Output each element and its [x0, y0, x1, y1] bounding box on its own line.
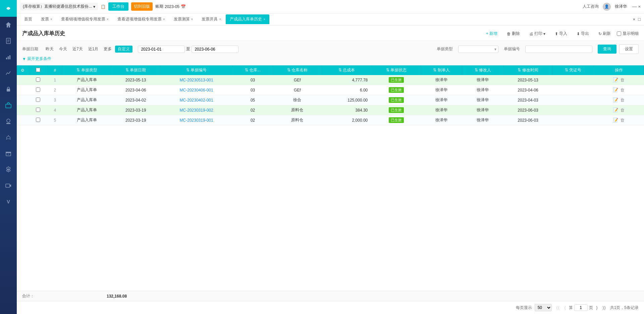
col-settings[interactable]: ⚙ [17, 65, 29, 75]
tab-invoice-close[interactable]: × [50, 17, 52, 21]
row-delete-icon[interactable]: 🗑 [620, 98, 625, 103]
col-warehouse-name[interactable]: ⇅ 仓库名称 [273, 65, 322, 75]
window-minimize[interactable]: — [632, 4, 637, 9]
row-checkbox[interactable] [36, 77, 40, 82]
row-doc-no-link[interactable]: MC-20230402-001 [180, 98, 213, 103]
user-avatar[interactable]: 👤 [603, 3, 611, 11]
row-edit-icon[interactable]: 📝 [613, 108, 618, 113]
row-doc-no-link[interactable]: MC-20230513-001 [180, 78, 213, 82]
row-doc-no-link[interactable]: MC-20230319-001 [180, 118, 213, 123]
query-button[interactable]: 查询 [598, 45, 616, 54]
import-button[interactable]: ⬆ 导入 [551, 29, 571, 38]
tab-purchase-vat-close[interactable]: × [163, 17, 165, 21]
sidebar-item-stamp[interactable] [0, 113, 17, 129]
page-prev-btn[interactable]: ⟨ [562, 305, 568, 311]
date-1month-btn[interactable]: 近1月 [86, 46, 101, 53]
app-logo[interactable] [0, 0, 17, 17]
row-delete-icon[interactable]: 🗑 [620, 77, 625, 82]
row-checkbox[interactable] [36, 87, 40, 92]
date-today-btn[interactable]: 今天 [57, 46, 69, 53]
tab-product-history[interactable]: 产成品入库单历史 × [226, 14, 269, 24]
sidebar-item-analytics[interactable] [0, 65, 17, 81]
row-edit-icon[interactable]: 📝 [613, 77, 618, 82]
date-start-input[interactable] [138, 46, 185, 53]
doc-type-select[interactable] [458, 46, 498, 53]
user-name[interactable]: 徐泽华 [615, 4, 627, 9]
col-doc-no[interactable]: ⇅ 单据编号 [160, 65, 233, 75]
col-total-cost[interactable]: ⇅ 总成本 [322, 65, 372, 75]
tab-invoice-open-close[interactable]: × [219, 17, 221, 21]
date-custom-btn[interactable]: 自定义 [115, 46, 132, 53]
refresh-button[interactable]: ↻ 刷新 [595, 29, 614, 38]
row-checkbox[interactable] [36, 118, 40, 122]
row-edit-icon[interactable]: 📝 [613, 87, 618, 92]
row-edit-icon[interactable]: 📝 [613, 98, 618, 103]
row-modifier: 徐泽华 [462, 105, 504, 115]
sidebar-item-video[interactable] [0, 178, 17, 194]
col-modifier[interactable]: ⇅ 修改人 [462, 65, 504, 75]
tab-invoice-calc[interactable]: 发票测算 × [170, 14, 197, 24]
col-modify-time[interactable]: ⇅ 修改时间 [503, 65, 552, 75]
company-selector[interactable]: (库存核算）直播轻捷通信息技术股份... ▾ [20, 3, 98, 10]
row-delete-icon[interactable]: 🗑 [620, 87, 625, 92]
page-number-input[interactable] [574, 304, 588, 311]
tab-invoice-calc-close[interactable]: × [191, 17, 193, 21]
export-button[interactable]: ⬇ 导出 [573, 29, 592, 38]
row-checkbox[interactable] [36, 108, 40, 112]
delete-button[interactable]: 🗑 删除 [503, 29, 523, 38]
sidebar-item-chart[interactable] [0, 49, 17, 65]
row-checkbox[interactable] [36, 98, 40, 102]
expand-more-btn[interactable]: ▼ 展开更多条件 [22, 56, 51, 62]
doc-no-input[interactable] [525, 46, 592, 53]
page-next-btn[interactable]: ⟩ [594, 305, 599, 311]
sidebar-item-recycle[interactable] [0, 129, 17, 145]
table-settings-icon[interactable]: ⚙ [21, 68, 24, 73]
row-doc-no-link[interactable]: MC-20230406-001 [180, 88, 213, 92]
period-calendar-icon[interactable]: 📅 [181, 4, 186, 9]
row-delete-icon[interactable]: 🗑 [620, 118, 625, 123]
doc-icon[interactable]: 📋 [101, 4, 106, 9]
date-more-btn[interactable]: 更多 [102, 46, 114, 53]
print-button[interactable]: 🖨 打印 ▾ [526, 29, 549, 38]
tab-purchase-vat[interactable]: 查看进项增值税专用发票 × [113, 14, 169, 24]
sidebar-item-home[interactable] [0, 17, 17, 33]
page-last-btn[interactable]: ⟩⟩ [601, 305, 607, 311]
window-close[interactable]: × [638, 4, 641, 9]
tab-sales-vat[interactable]: 查看销项增值税专用发票 × [57, 14, 113, 24]
sidebar-item-version[interactable]: V [0, 194, 17, 210]
col-doc-type[interactable]: ⇅ 单据类型 [62, 65, 111, 75]
sidebar-item-inventory[interactable] [0, 97, 17, 113]
tab-close-all[interactable]: × [633, 17, 636, 22]
col-doc-date[interactable]: ⇅ 单据日期 [111, 65, 160, 75]
col-warehouse-code[interactable]: ⇅ 仓库... [233, 65, 273, 75]
reset-button[interactable]: 设置 [619, 44, 639, 54]
date-end-input[interactable] [192, 46, 238, 53]
tab-home[interactable]: 首页 [20, 14, 36, 24]
support-link[interactable]: 人工咨询 [583, 4, 599, 9]
display-detail-checkbox[interactable] [617, 32, 621, 36]
col-doc-status[interactable]: ⇅ 单据状态 [372, 65, 421, 75]
tab-invoice-open[interactable]: 发票开具 × [198, 14, 225, 24]
sidebar-item-doc[interactable] [0, 33, 17, 49]
select-all-checkbox[interactable] [36, 68, 40, 72]
date-yesterday-btn[interactable]: 昨天 [44, 46, 56, 53]
workbench-button[interactable]: 工作台 [108, 2, 128, 11]
row-edit-icon[interactable]: 📝 [613, 118, 618, 123]
row-doc-no-link[interactable]: MC-20230319-002 [180, 108, 213, 113]
col-creator[interactable]: ⇅ 制单人 [421, 65, 462, 75]
sidebar-item-lock[interactable] [0, 81, 17, 97]
date-7days-btn[interactable]: 近7天 [70, 46, 85, 53]
sidebar-item-settings[interactable] [0, 162, 17, 178]
row-modify-time: 2023-04-06 [503, 85, 552, 95]
new-button[interactable]: + 新增 [483, 29, 501, 38]
page-first-btn[interactable]: ⟨⟨ [554, 305, 561, 311]
tab-sales-vat-close[interactable]: × [107, 17, 109, 21]
tab-expand[interactable]: □ [638, 17, 641, 22]
switch-old-version-button[interactable]: 切到旧版 [131, 2, 153, 11]
tab-product-history-close[interactable]: × [263, 17, 265, 21]
tab-invoice[interactable]: 发票 × [37, 14, 56, 24]
row-delete-icon[interactable]: 🗑 [620, 108, 625, 113]
page-size-select[interactable]: 50 20 100 [535, 304, 552, 311]
sidebar-item-archive[interactable] [0, 145, 17, 162]
col-voucher-no[interactable]: ⇅ 凭证号 [552, 65, 594, 75]
